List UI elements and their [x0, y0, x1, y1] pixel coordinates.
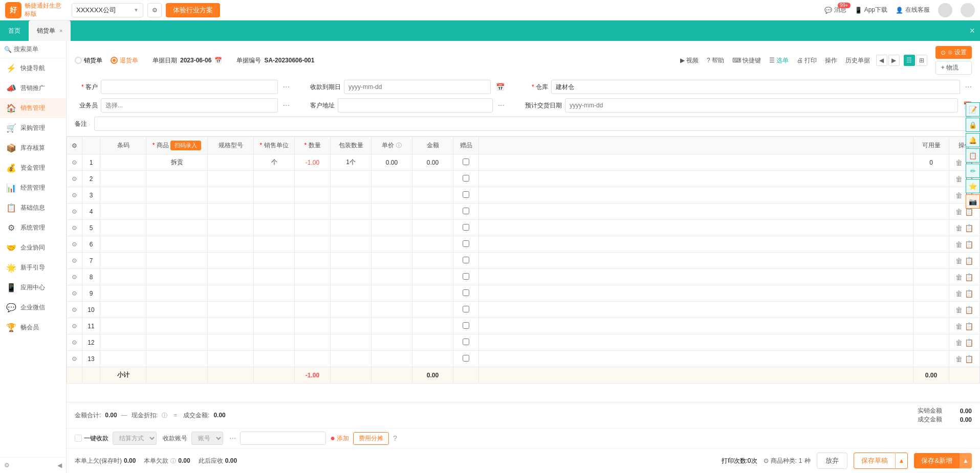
cell-barcode-12[interactable] [100, 351, 146, 367]
company-selector[interactable]: XXXXXX公司 ▼ [72, 3, 143, 17]
cell-price-7[interactable] [372, 269, 412, 285]
order-lack-info[interactable]: ⓘ [170, 457, 176, 465]
cell-price-5[interactable] [372, 236, 412, 253]
copy-icon-5[interactable]: 📋 [965, 240, 973, 249]
delete-icon-12[interactable]: 🗑 [955, 355, 963, 363]
cell-settings-1[interactable]: ⚙ [67, 171, 82, 187]
cell-price-12[interactable] [372, 351, 412, 367]
video-btn[interactable]: ▶ 视频 [678, 55, 701, 66]
cell-spec-0[interactable] [208, 154, 254, 171]
online-support-button[interactable]: 👤 在线客服 [896, 6, 930, 14]
cell-price-1[interactable] [372, 171, 412, 187]
settlement-method-select[interactable]: 结算方式 [113, 432, 157, 445]
cell-price-2[interactable] [372, 187, 412, 204]
cell-qty-6[interactable] [295, 253, 331, 269]
list-view-btn[interactable]: ☰ [904, 55, 915, 66]
cell-unit-5[interactable] [254, 236, 295, 253]
add-button[interactable]: ● 添加 [330, 434, 349, 443]
cell-settings-8[interactable]: ⚙ [67, 285, 82, 302]
cell-qty-3[interactable] [295, 204, 331, 220]
cell-product-1[interactable] [146, 171, 208, 187]
next-arrow[interactable]: ▶ [888, 55, 900, 66]
cell-spec-7[interactable] [208, 269, 254, 285]
customer-dots[interactable]: ··· [283, 83, 290, 91]
sidebar-collapse-icon[interactable]: ◀ [57, 462, 62, 469]
cell-gift-12[interactable] [453, 351, 479, 367]
cell-pkgqty-3[interactable] [331, 204, 372, 220]
cell-remark-2[interactable] [479, 187, 913, 204]
amount-input[interactable] [240, 432, 326, 445]
cell-remark-0[interactable] [479, 154, 913, 171]
sidebar-item-guide[interactable]: 🌟 新手引导 [0, 258, 66, 278]
sidebar-item-enterprise[interactable]: 🤝 企业协同 [0, 238, 66, 258]
cell-pkgqty-5[interactable] [331, 236, 372, 253]
cell-product-4[interactable] [146, 220, 208, 236]
prev-arrow[interactable]: ◀ [876, 55, 887, 66]
cell-spec-9[interactable] [208, 302, 254, 318]
cell-price-3[interactable] [372, 204, 412, 220]
copy-icon-12[interactable]: 📋 [965, 355, 973, 363]
sidebar-item-member[interactable]: 🏆 畅会员 [0, 318, 66, 337]
sidebar-item-app-center[interactable]: 📱 应用中心 [0, 278, 66, 298]
save-draft-button[interactable]: 保存草稿 [854, 453, 895, 469]
sidebar-item-purchase[interactable]: 🛒 采购管理 [0, 118, 66, 138]
float-btn-6[interactable]: ⭐ [966, 179, 980, 193]
cell-unit-6[interactable] [254, 253, 295, 269]
cell-price-4[interactable] [372, 220, 412, 236]
cell-gift-7[interactable] [453, 269, 479, 285]
expense-split-button[interactable]: 费用分摊 [353, 432, 389, 445]
cell-price-10[interactable] [372, 318, 412, 334]
select-btn[interactable]: ☰ 选单 [767, 55, 791, 66]
delete-icon-4[interactable]: 🗑 [955, 224, 963, 232]
discount-info-icon[interactable]: ⓘ [162, 412, 167, 419]
sidebar-item-system[interactable]: ⚙ 系统管理 [0, 218, 66, 238]
price-info-icon[interactable]: ⓘ [396, 142, 402, 148]
cell-product-3[interactable] [146, 204, 208, 220]
expected-date-input[interactable] [565, 98, 958, 112]
sidebar-item-finance[interactable]: 💰 资金管理 [0, 158, 66, 178]
delete-icon-0[interactable]: 🗑 [955, 159, 963, 167]
cell-remark-7[interactable] [479, 269, 913, 285]
float-btn-orange[interactable]: 📷 [966, 194, 980, 209]
cell-barcode-6[interactable] [100, 253, 146, 269]
cell-unit-0[interactable]: 个 [254, 154, 295, 171]
cell-barcode-11[interactable] [100, 334, 146, 351]
cell-unit-12[interactable] [254, 351, 295, 367]
cell-settings-2[interactable]: ⚙ [67, 187, 82, 204]
avatar[interactable] [938, 3, 952, 17]
cell-barcode-3[interactable] [100, 204, 146, 220]
cell-price-9[interactable] [372, 302, 412, 318]
cell-settings-5[interactable]: ⚙ [67, 236, 82, 253]
sidebar-item-inventory[interactable]: 📦 库存核算 [0, 138, 66, 158]
checkbox-icon[interactable] [75, 435, 82, 442]
copy-icon-11[interactable]: 📋 [965, 339, 973, 347]
cell-pkgqty-6[interactable] [331, 253, 372, 269]
cell-amount-7[interactable] [412, 269, 453, 285]
cell-amount-3[interactable] [412, 204, 453, 220]
app-download-button[interactable]: 📱 App下载 [855, 6, 887, 14]
cell-spec-1[interactable] [208, 171, 254, 187]
cell-remark-8[interactable] [479, 285, 913, 302]
cell-remark-11[interactable] [479, 334, 913, 351]
cell-pkgqty-4[interactable] [331, 220, 372, 236]
sidebar-item-wechat[interactable]: 💬 企业微信 [0, 298, 66, 318]
cell-barcode-9[interactable] [100, 302, 146, 318]
cell-pkgqty-7[interactable] [331, 269, 372, 285]
copy-icon-10[interactable]: 📋 [965, 322, 973, 330]
cell-amount-9[interactable] [412, 302, 453, 318]
radio-sale-order[interactable]: 销货单 [75, 56, 102, 65]
delete-icon-3[interactable]: 🗑 [955, 208, 963, 216]
cell-product-12[interactable] [146, 351, 208, 367]
cell-spec-12[interactable] [208, 351, 254, 367]
cell-spec-3[interactable] [208, 204, 254, 220]
float-btn-1[interactable]: 📝 [966, 102, 980, 117]
cell-price-0[interactable]: 0.00 [372, 154, 412, 171]
cell-price-8[interactable] [372, 285, 412, 302]
print-btn[interactable]: 🖨 打印 [795, 55, 819, 66]
settings-button[interactable]: ⚙ [147, 3, 162, 17]
cell-qty-9[interactable] [295, 302, 331, 318]
operation-btn[interactable]: 操作 [823, 55, 839, 66]
trial-button[interactable]: 体验行业方案 [166, 3, 220, 17]
cell-amount-0[interactable]: 0.00 [412, 154, 453, 171]
sidebar-search[interactable]: 🔍 搜索菜单 [0, 41, 66, 58]
